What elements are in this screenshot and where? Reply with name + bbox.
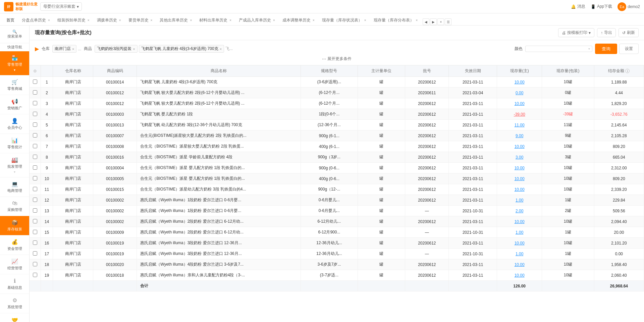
table-cell[interactable]: 10.00 [497, 238, 542, 249]
close-icon[interactable]: × [364, 18, 366, 22]
row-select-checkbox[interactable] [33, 251, 37, 256]
row-select-checkbox[interactable] [33, 273, 37, 277]
refresh-btn[interactable]: ↺ 刷新 [619, 28, 639, 37]
row-select-checkbox[interactable] [33, 144, 37, 148]
row-select-checkbox[interactable] [33, 133, 37, 138]
table-cell[interactable]: 10.00 [497, 184, 542, 195]
search-menu-btn[interactable]: 🔍 搜索菜单 [2, 28, 27, 40]
remove-product-tag-1[interactable]: × [133, 47, 135, 51]
sidebar-item-retail-mgmt[interactable]: 🏪 零售管理 ▾ [0, 51, 29, 75]
nav-menu-btn[interactable]: ☰ [445, 18, 451, 25]
sidebar-item-retail-stats[interactable]: 📊 零售统计 [0, 134, 29, 153]
export-btn[interactable]: ↑ 导出 [597, 28, 616, 37]
filter-expand-arrow[interactable]: ▶ [35, 46, 39, 52]
close-icon[interactable]: × [88, 18, 90, 22]
table-cell[interactable]: 10.00 [497, 141, 542, 152]
sidebar-item-wholesale[interactable]: 🏭 批发管理 ▾ [0, 153, 29, 177]
nav-prev-btn[interactable]: ◀ [423, 18, 429, 25]
row-select-checkbox[interactable] [33, 240, 37, 245]
table-cell[interactable]: 3.00 [497, 152, 542, 163]
row-select-checkbox[interactable] [33, 230, 37, 234]
table-cell[interactable]: 10.00 [497, 163, 542, 173]
app-download-btn[interactable]: 📱 App下载 [591, 4, 612, 9]
close-icon[interactable]: × [151, 18, 153, 22]
template-print-btn[interactable]: 🖨 按模板打印 ▾ [558, 28, 594, 37]
industry-selector[interactable]: 母婴行业演示账套 ▾ [40, 2, 82, 11]
close-icon[interactable]: × [119, 18, 121, 22]
tab-组装拆卸单历史[interactable]: 组装拆卸单历史 × [54, 15, 93, 25]
table-cell[interactable]: 10.00 [497, 216, 542, 227]
color-filter-input[interactable]: ▾ [525, 46, 592, 52]
query-btn[interactable]: 查询 [595, 44, 617, 54]
warehouse-tag-chip[interactable]: 南岸门店 × [52, 45, 76, 53]
row-select-checkbox[interactable] [33, 187, 37, 191]
row-select-checkbox[interactable] [33, 112, 37, 116]
table-cell[interactable]: 10.00 [497, 98, 542, 109]
tab-其他出库单历史[interactable]: 其他出库单历史 × [156, 15, 196, 25]
table-cell[interactable]: 10.00 [497, 270, 542, 281]
tab-产成品入库单历史[interactable]: 产成品入库单历史 × [235, 15, 279, 25]
row-select-checkbox[interactable] [33, 219, 37, 223]
sidebar-item-retail-store[interactable]: 🛒 零售商城 [0, 75, 29, 95]
tab-要货单历史[interactable]: 要货单历史 × [125, 15, 156, 25]
close-icon[interactable]: × [229, 18, 231, 22]
product-more[interactable]: 飞... [225, 46, 233, 52]
sidebar-item-sys-mgmt[interactable]: ⚙ 系统管理 [0, 294, 29, 313]
row-select-checkbox[interactable] [33, 165, 37, 170]
table-cell[interactable]: 1.00 [497, 249, 542, 259]
tab-现存量库存分布表[interactable]: 现存量（库存分布表） × [370, 15, 422, 25]
remove-warehouse-tag[interactable]: × [72, 47, 74, 51]
row-select-checkbox[interactable] [33, 208, 37, 213]
settings-btn[interactable]: 设置 [619, 44, 639, 54]
product-tag-chip-1[interactable]: 飞鹤奶粉3段丙提装 × [95, 45, 137, 53]
sidebar-item-inventory[interactable]: 📦 库存核算 [0, 216, 29, 235]
table-cell[interactable]: 1.00 [497, 195, 542, 206]
table-cell[interactable]: 1.00 [497, 227, 542, 238]
row-select-checkbox[interactable] [33, 101, 37, 105]
tab-调拨单历史[interactable]: 调拨单历史 × [93, 15, 125, 25]
tab-成本调整单历史[interactable]: 成本调整单历史 × [279, 15, 318, 25]
table-cell[interactable]: 0.00 [497, 88, 542, 98]
sidebar-item-finance[interactable]: 💰 资金管理 [0, 235, 29, 255]
row-select-checkbox[interactable] [33, 90, 37, 95]
tab-分盘点单历史[interactable]: 分盘点单历史 × [18, 15, 54, 25]
table-cell[interactable]: -39.00 [497, 109, 542, 120]
expand-more-conditions[interactable]: ⋯ 展开更多条件 [35, 56, 639, 62]
close-icon[interactable]: × [48, 18, 50, 22]
row-select-checkbox[interactable] [33, 122, 37, 127]
table-cell[interactable]: 11.00 [497, 120, 542, 130]
tab-材料出库单历史[interactable]: 材料出库单历史 × [196, 15, 235, 25]
sidebar-item-member[interactable]: 👤 会员中心 [0, 114, 29, 134]
sidebar-item-marketing[interactable]: 📢 营销推广 [0, 95, 29, 114]
user-area[interactable]: Ea demo2 [618, 2, 640, 11]
nav-next-btn[interactable]: ▶ [430, 18, 437, 25]
warehouse-more[interactable]: ... [78, 47, 81, 51]
row-select-checkbox[interactable] [33, 79, 37, 84]
th-settings[interactable]: ⚙ [30, 65, 41, 77]
row-select-checkbox[interactable] [33, 262, 37, 266]
close-icon[interactable]: × [416, 18, 418, 22]
table-cell[interactable]: 9.00 [497, 130, 542, 141]
table-cell[interactable]: 2.00 [497, 206, 542, 216]
product-tag-chip-2[interactable]: 飞鹤星飞帆 儿童奶粉 4段(3-6岁适用) 700克 × [139, 45, 224, 53]
sidebar-item-ecommerce[interactable]: 💻 电商管理 [0, 177, 29, 197]
sidebar-item-basic-info[interactable]: ℹ 基础信息 [0, 274, 29, 294]
sidebar-item-purchase[interactable]: 🛍 采购管理 [0, 197, 29, 216]
row-select-checkbox[interactable] [33, 198, 37, 202]
sidebar-item-business-mgmt[interactable]: 📈 经营管理 [0, 255, 29, 274]
remove-product-tag-2[interactable]: × [220, 47, 222, 51]
tab-home[interactable]: 首页 [3, 15, 18, 25]
row-select-checkbox[interactable] [33, 176, 37, 180]
close-icon[interactable]: × [273, 18, 275, 22]
table-cell[interactable]: 10.00 [497, 259, 542, 270]
close-icon[interactable]: × [190, 18, 192, 22]
row-select-checkbox[interactable] [33, 155, 37, 159]
balance-info-icon[interactable]: ℹ [625, 69, 630, 73]
table-cell[interactable]: 10.00 [497, 77, 542, 88]
table-cell[interactable]: 10.00 [497, 173, 542, 184]
tab-现存量库存状况表[interactable]: 现存量（库存状况表） × [318, 15, 370, 25]
nav-close-btn[interactable]: × [437, 18, 444, 25]
quick-nav-btn[interactable]: 快捷导航 [0, 43, 29, 51]
table-settings-icon[interactable]: ⚙ [33, 69, 37, 73]
message-btn[interactable]: 🔔 消息 [571, 4, 585, 9]
